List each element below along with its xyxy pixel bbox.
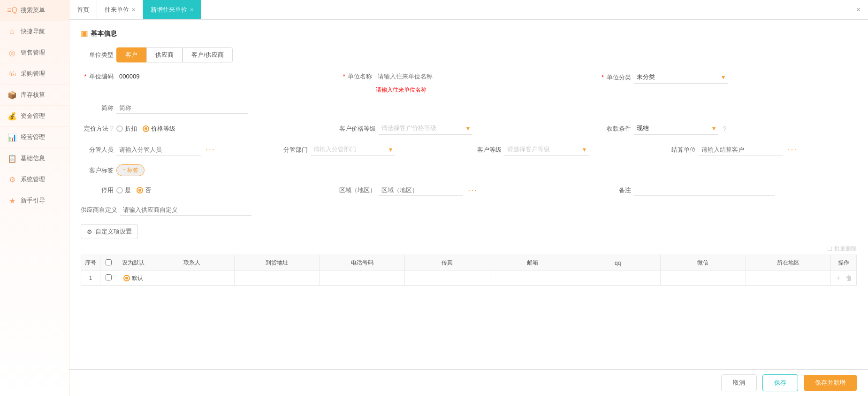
email-input[interactable] — [493, 275, 572, 281]
sidebar-item-guide[interactable]: ★ 新手引导 — [0, 190, 69, 211]
customer-price-level-select[interactable]: 请选择客户价格等级 ▾ — [379, 122, 472, 135]
pricing-level-radio[interactable] — [143, 125, 149, 132]
sidebar-item-purchase[interactable]: 🛍 采购管理 — [0, 63, 69, 85]
disabled-label: 停用 — [81, 186, 114, 194]
unit-name-error: 请输入往来单位名称 — [376, 86, 426, 94]
tags-field: 客户标签 + 标签 — [81, 164, 857, 176]
cell-contact[interactable] — [149, 271, 235, 286]
custom-settings-label: 自定义项设置 — [95, 227, 132, 236]
type-btn-supplier[interactable]: 供应商 — [146, 47, 183, 62]
supplier-custom-row: 供应商自定义 — [81, 204, 857, 216]
disabled-yes-option[interactable]: 是 — [116, 186, 131, 194]
sidebar-item-label: 资金管理 — [21, 112, 45, 120]
tags-label: 客户标签 — [81, 166, 114, 175]
pricing-discount-option[interactable]: 折扣 — [116, 124, 137, 133]
disabled-no-option[interactable]: 否 — [137, 186, 151, 194]
sidebar-item-label: 采购管理 — [21, 70, 45, 78]
type-btn-customer[interactable]: 客户 — [116, 47, 146, 62]
sidebar-item-inventory[interactable]: 📦 库存核算 — [0, 85, 69, 106]
contact-input[interactable] — [152, 275, 231, 281]
pricing-help-icon[interactable]: ? — [110, 124, 114, 132]
batch-delete-button[interactable]: ☐ 批量删除 — [827, 245, 857, 253]
tab-bar: 首页 往来单位 × 新增往来单位 × × — [69, 0, 868, 20]
cell-address[interactable] — [234, 271, 320, 286]
window-close-button[interactable]: × — [849, 6, 868, 14]
payment-terms-select[interactable]: 现结 ▾ — [634, 122, 718, 135]
tags-row: 客户标签 + 标签 — [81, 164, 857, 176]
save-and-new-button[interactable]: 保存并新增 — [804, 375, 857, 391]
qq-input[interactable] — [578, 275, 657, 281]
sidebar-item-quick-nav[interactable]: ⌂ 快捷导航 — [0, 21, 69, 42]
manager-field: 分管人员 ··· — [81, 144, 275, 155]
sidebar-item-sales[interactable]: ◎ 销售管理 — [0, 42, 69, 63]
manager-input[interactable] — [116, 144, 201, 155]
payment-terms-help-icon[interactable]: ? — [723, 125, 727, 132]
tab-new-partner-close[interactable]: × — [190, 7, 193, 13]
sidebar-item-search[interactable]: ≡Q 搜索菜单 — [0, 0, 69, 21]
operations-icon: 📊 — [8, 132, 17, 142]
cell-phone[interactable] — [320, 271, 405, 286]
tab-partners-close[interactable]: × — [132, 7, 135, 13]
unit-name-required: * — [343, 73, 345, 80]
add-row-button[interactable]: ＋ — [835, 274, 842, 282]
guide-icon: ★ — [8, 196, 17, 205]
pricing-method-field: 定价方法 ? 折扣 价格等级 — [81, 124, 339, 133]
pricing-discount-radio[interactable] — [116, 125, 123, 132]
add-tag-button[interactable]: + 标签 — [116, 164, 145, 176]
customer-level-select[interactable]: 请选择客户等级 ▾ — [504, 143, 589, 156]
cell-email[interactable] — [490, 271, 575, 286]
region-input[interactable] — [379, 185, 463, 196]
tab-partners[interactable]: 往来单位 × — [97, 0, 143, 19]
remarks-input[interactable] — [634, 185, 775, 196]
default-radio[interactable] — [123, 275, 130, 281]
short-name-row: 简称 — [81, 102, 857, 114]
unit-code-input[interactable] — [116, 71, 210, 82]
cell-fax[interactable] — [405, 271, 490, 286]
phone-input[interactable] — [322, 275, 402, 281]
disabled-no-radio[interactable] — [137, 187, 143, 194]
type-btn-both[interactable]: 客户/供应商 — [183, 47, 233, 62]
area-input[interactable] — [749, 275, 828, 281]
cell-wechat[interactable] — [661, 271, 746, 286]
batch-delete-label: 批量删除 — [834, 245, 857, 253]
sidebar-item-operations[interactable]: 📊 经营管理 — [0, 127, 69, 148]
department-field: 分管部门 请输入分管部门 ▾ — [275, 143, 469, 156]
settlement-unit-input[interactable] — [699, 144, 783, 155]
col-address: 到货地址 — [234, 255, 320, 271]
payment-terms-label: 收款条件 — [598, 124, 631, 133]
tab-home[interactable]: 首页 — [69, 0, 97, 19]
short-name-label: 简称 — [81, 104, 114, 112]
manager-dots-btn[interactable]: ··· — [204, 145, 217, 155]
save-button[interactable]: 保存 — [762, 374, 798, 391]
sidebar-item-system[interactable]: ⚙ 系统管理 — [0, 169, 69, 190]
wechat-input[interactable] — [663, 275, 743, 281]
cell-qq[interactable] — [575, 271, 661, 286]
address-input[interactable] — [237, 275, 317, 281]
unit-name-input[interactable] — [375, 71, 487, 82]
row-checkbox[interactable] — [106, 274, 112, 280]
supplier-custom-input[interactable] — [120, 204, 251, 216]
department-select[interactable]: 请输入分管部门 ▾ — [311, 143, 395, 156]
region-dots-btn[interactable]: ··· — [466, 186, 480, 195]
customer-level-label: 客户等级 — [469, 146, 502, 154]
short-name-input[interactable] — [116, 102, 248, 114]
disabled-yes-radio[interactable] — [116, 187, 123, 194]
select-all-checkbox[interactable] — [106, 259, 112, 265]
sidebar-item-basic-info[interactable]: 📋 基础信息 — [0, 148, 69, 169]
payment-terms-arrow-icon: ▾ — [712, 124, 716, 132]
unit-category-select[interactable]: 未分类 ▾ — [634, 71, 728, 84]
custom-settings-button[interactable]: ⚙ 自定义项设置 — [81, 224, 138, 239]
customer-price-level-arrow-icon: ▾ — [466, 124, 470, 132]
settlement-dots-btn[interactable]: ··· — [786, 145, 799, 155]
tab-new-partner[interactable]: 新增往来单位 × — [143, 0, 201, 19]
remarks-field: 备注 — [598, 185, 857, 196]
cell-area[interactable] — [746, 271, 831, 286]
sales-icon: ◎ — [8, 48, 17, 57]
fax-input[interactable] — [408, 275, 487, 281]
unit-category-arrow-icon: ▾ — [722, 73, 725, 81]
delete-row-button[interactable]: 🗑 — [845, 274, 852, 282]
unit-category-field: * 单位分类 未分类 ▾ — [598, 71, 857, 84]
cancel-button[interactable]: 取消 — [721, 374, 757, 391]
pricing-level-option[interactable]: 价格等级 — [143, 124, 175, 133]
sidebar-item-finance[interactable]: 💰 资金管理 — [0, 106, 69, 127]
